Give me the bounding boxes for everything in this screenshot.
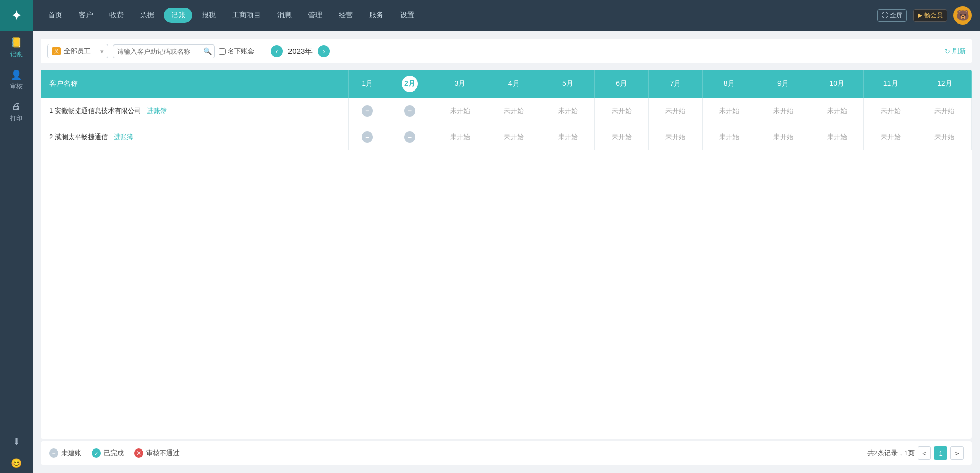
- nav-home[interactable]: 首页: [41, 8, 70, 23]
- sidebar-item-support[interactable]: 😊: [0, 452, 33, 473]
- search-icon[interactable]: 🔍: [203, 47, 212, 55]
- month-cell-may: 未开始: [541, 124, 594, 150]
- col-sep: 9月: [756, 70, 810, 98]
- month-cell-jan: −: [348, 124, 386, 150]
- search-input[interactable]: [113, 44, 215, 58]
- not-started-text: 未开始: [612, 107, 632, 115]
- not-started-text: 未开始: [881, 133, 901, 141]
- next-page-button[interactable]: >: [950, 446, 964, 460]
- not-started-text: 未开始: [665, 133, 685, 141]
- filter-badge-icon: 员: [52, 47, 61, 55]
- fullscreen-icon: ⛶: [882, 12, 888, 19]
- nav-billing[interactable]: 收费: [102, 8, 131, 23]
- content-area: 员 全部员工 ▾ 🔍 名下账套 ‹ 2023年 › ↻ 刷新: [33, 31, 980, 473]
- sidebar-item-bookkeeping[interactable]: 📒 记账: [0, 31, 33, 63]
- nav-settings[interactable]: 设置: [393, 8, 421, 23]
- col-jul: 7月: [649, 70, 702, 98]
- prev-year-button[interactable]: ‹: [271, 45, 283, 57]
- not-started-text: 未开始: [719, 133, 739, 141]
- next-year-button[interactable]: ›: [318, 45, 330, 57]
- not-started-text: 未开始: [558, 107, 578, 115]
- not-started-text: 未开始: [881, 107, 901, 115]
- col-apr: 4月: [487, 70, 541, 98]
- not-started-text: 未开始: [773, 107, 793, 115]
- checkbox-label-text: 名下账套: [228, 47, 254, 56]
- sidebar-item-print[interactable]: 🖨 打印: [0, 95, 33, 127]
- not-started-text: 未开始: [504, 107, 524, 115]
- month-cell-feb: −: [386, 124, 433, 150]
- vip-button[interactable]: ▶ 畅会员: [913, 9, 947, 22]
- prev-page-button[interactable]: <: [918, 446, 931, 460]
- completed-label: 已完成: [104, 448, 124, 458]
- not-started-circle: −: [404, 105, 415, 117]
- col-oct: 10月: [810, 70, 864, 98]
- nav-operation[interactable]: 经营: [331, 8, 360, 23]
- sidebar-item-audit[interactable]: 👤 审核: [0, 63, 33, 95]
- employee-filter[interactable]: 员 全部员工 ▾: [47, 44, 108, 58]
- sidebar-item-download[interactable]: ⬇: [0, 430, 33, 452]
- accounts-table-container: 客户名称 1月 2月 3月 4月: [41, 70, 972, 439]
- month-cell-dec: 未开始: [918, 98, 971, 124]
- client-name: 漠澜太平畅捷通信: [55, 133, 108, 141]
- user-avatar[interactable]: 🐻: [953, 6, 972, 25]
- client-name-cell: 1 安徽畅捷通信息技术有限公司 进账簿: [41, 98, 348, 124]
- nav-bookkeeping[interactable]: 记账: [164, 8, 192, 23]
- month-cell-sep: 未开始: [756, 98, 810, 124]
- nav-management[interactable]: 管理: [301, 8, 329, 23]
- sidebar-item-audit-label: 审核: [10, 82, 23, 91]
- col-mar: 3月: [433, 70, 487, 98]
- rejected-label: 审核不通过: [146, 448, 180, 458]
- fullscreen-button[interactable]: ⛶ 全屏: [877, 9, 907, 22]
- refresh-button[interactable]: ↻ 刷新: [945, 47, 966, 56]
- month-cell-aug: 未开始: [702, 124, 756, 150]
- topnav: 首页 客户 收费 票据 记账 报税 工商项目 消息 管理 经营 服务 设置 ⛶ …: [33, 0, 980, 31]
- col-feb: 2月: [386, 70, 433, 98]
- nav-client[interactable]: 客户: [72, 8, 100, 23]
- not-started-text: 未开始: [450, 133, 470, 141]
- legend-not-created: − 未建账: [49, 448, 81, 458]
- month-cell-jul: 未开始: [649, 98, 702, 124]
- enter-ledger-link[interactable]: 进账簿: [147, 107, 167, 115]
- client-index: 2: [49, 133, 55, 141]
- client-index: 1: [49, 107, 55, 115]
- month-cell-mar: 未开始: [433, 124, 487, 150]
- nav-tax[interactable]: 报税: [194, 8, 223, 23]
- completed-icon: ✓: [92, 448, 101, 458]
- year-nav: ‹ 2023年 ›: [271, 45, 330, 57]
- col-nov: 11月: [864, 70, 918, 98]
- col-jan: 1月: [348, 70, 386, 98]
- vip-label: 畅会员: [924, 11, 943, 20]
- table-row: 1 安徽畅捷通信息技术有限公司 进账簿 −−未开始未开始未开始未开始未开始未开始…: [41, 98, 972, 124]
- audit-icon: 👤: [11, 69, 22, 80]
- nav-message[interactable]: 消息: [270, 8, 299, 23]
- download-icon: ⬇: [13, 436, 20, 447]
- sidebar-item-print-label: 打印: [10, 114, 23, 123]
- client-name: 安徽畅捷通信息技术有限公司: [55, 107, 141, 115]
- not-started-text: 未开始: [504, 133, 524, 141]
- month-cell-oct: 未开始: [810, 98, 864, 124]
- current-page-button[interactable]: 1: [934, 446, 947, 460]
- col-jun: 6月: [595, 70, 649, 98]
- filter-label: 全部员工: [64, 47, 91, 56]
- refresh-label: 刷新: [952, 47, 966, 56]
- year-display: 2023年: [288, 47, 313, 56]
- month-cell-nov: 未开始: [864, 124, 918, 150]
- not-started-text: 未开始: [934, 107, 954, 115]
- month-cell-aug: 未开始: [702, 98, 756, 124]
- enter-ledger-link[interactable]: 进账簿: [114, 133, 133, 141]
- my-accounts-checkbox-label[interactable]: 名下账套: [219, 47, 254, 56]
- sidebar-bottom: ⬇ 😊: [0, 430, 33, 473]
- nav-business[interactable]: 工商项目: [225, 8, 268, 23]
- not-started-text: 未开始: [612, 133, 632, 141]
- print-icon: 🖨: [12, 101, 21, 112]
- not-started-text: 未开始: [558, 133, 578, 141]
- legend-completed: ✓ 已完成: [92, 448, 124, 458]
- nav-invoice[interactable]: 票据: [133, 8, 162, 23]
- nav-service[interactable]: 服务: [362, 8, 391, 23]
- month-cell-oct: 未开始: [810, 124, 864, 150]
- month-cell-jun: 未开始: [595, 124, 649, 150]
- my-accounts-checkbox[interactable]: [219, 48, 226, 55]
- bookkeeping-icon: 📒: [11, 37, 22, 48]
- not-started-text: 未开始: [665, 107, 685, 115]
- table-header-row: 客户名称 1月 2月 3月 4月: [41, 70, 972, 98]
